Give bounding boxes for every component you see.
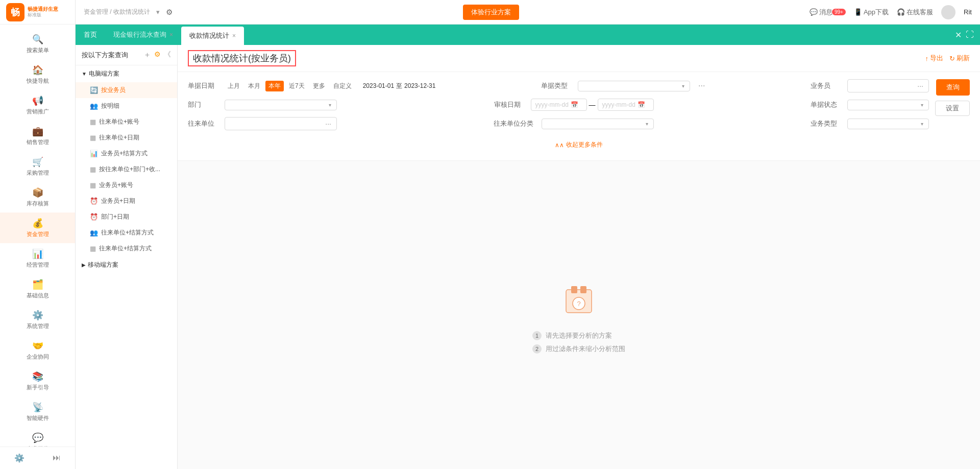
partner-select[interactable]: ··· — [225, 117, 337, 130]
scheme-label-unit_settle2: 往来单位+结算方式 — [99, 244, 152, 253]
collapse-icon[interactable]: ⏭ — [53, 453, 61, 463]
scheme-icon-detail: 👥 — [90, 102, 98, 110]
scheme-item-unit_dept_collect[interactable]: ▦ 按往来单位+部门+收... — [76, 161, 177, 177]
sidebar-item-wechat[interactable]: 💬 企业微信 — [0, 427, 75, 447]
doc-status-label: 单据状态 — [811, 100, 839, 109]
sidebar-item-sales[interactable]: 💼 销售管理 — [0, 121, 75, 151]
refresh-btn[interactable]: ↻ 刷新 — [949, 54, 970, 63]
scheme-item-salesperson_settle[interactable]: 📊 业务员+结算方式 — [76, 146, 177, 161]
sidebar: 畅 畅捷通好生意 标准版 🔍 搜索菜单🏠 快捷导航📢 营销推广💼 销售管理🛒 采… — [0, 0, 76, 469]
date-from: 2023-01-01 — [363, 82, 394, 89]
scheme-item-detail[interactable]: 👥 按明细 — [76, 98, 177, 114]
date-tab-自定义[interactable]: 自定义 — [330, 81, 355, 91]
inventory-label: 库存核算 — [27, 200, 49, 207]
tab-home[interactable]: 首页 — [76, 25, 105, 45]
gear-scheme-icon[interactable]: ⚙ — [154, 50, 161, 60]
system-label: 系统管理 — [27, 322, 49, 330]
set-btn[interactable]: 设置 — [935, 101, 970, 116]
date-tab-上月[interactable]: 上月 — [225, 81, 243, 91]
review-to-input[interactable]: yyyy-mm-dd 📅 — [598, 99, 654, 111]
phone-icon: 📱 — [854, 8, 862, 16]
collapse-panel-icon[interactable]: 《 — [164, 50, 171, 60]
date-range: 2023-01-01 至 2023-12-31 — [363, 82, 436, 90]
scheme-item-unit_settle1[interactable]: 👥 往来单位+结算方式 — [76, 225, 177, 241]
partner-cat-select[interactable]: ▾ — [542, 119, 654, 129]
collapse-btn[interactable]: ∧∧ 收起更多条件 — [188, 136, 970, 153]
date-to: 2023-12-31 — [404, 82, 435, 89]
doc-type-select[interactable]: ▾ — [578, 81, 690, 91]
sidebar-item-marketing[interactable]: 📢 营销推广 — [0, 90, 75, 121]
scheme-item-dept_date[interactable]: ⏰ 部门+日期 — [76, 209, 177, 225]
biz-type-select[interactable]: ▾ — [847, 119, 929, 129]
scheme-item-salesperson_account[interactable]: ▦ 业务员+账号 — [76, 177, 177, 193]
date-tab-本月[interactable]: 本月 — [245, 81, 263, 91]
scheme-icon-unit_settle1: 👥 — [90, 229, 98, 237]
operations-icon: 📊 — [32, 248, 43, 260]
scheme-item-unit_date[interactable]: ▦ 往来单位+日期 — [76, 130, 177, 146]
sidebar-item-basic[interactable]: 🗂️ 基础信息 — [0, 274, 75, 304]
sidebar-item-inventory[interactable]: 📦 库存核算 — [0, 182, 75, 213]
salesperson-more[interactable]: ··· — [917, 82, 923, 90]
sidebar-item-search[interactable]: 🔍 搜索菜单 — [0, 29, 75, 59]
tab-collection-close[interactable]: × — [232, 32, 236, 39]
tab-bank[interactable]: 现金银行流水查询 × — [105, 25, 181, 45]
dept-chevron: ▾ — [329, 102, 331, 108]
marketing-icon: 📢 — [32, 95, 43, 106]
tab-collection[interactable]: 收款情况统计 × — [181, 27, 244, 45]
salesperson-select[interactable]: ··· — [847, 79, 929, 92]
desktop-group-title[interactable]: ▼ 电脑端方案 — [76, 65, 177, 82]
sidebar-item-hardware[interactable]: 📡 智能硬件 — [0, 396, 75, 427]
operations-label: 经营管理 — [27, 261, 49, 269]
calendar-icon-2: 📅 — [638, 101, 645, 108]
scheme-label-salesperson_settle: 业务员+结算方式 — [101, 149, 148, 158]
partner-label: 往来单位 — [188, 119, 216, 128]
filter-section: 单据日期 上月本月本年近7天更多自定义 2023-01-01 至 2023-12… — [188, 79, 970, 136]
sidebar-nav: 🔍 搜索菜单🏠 快捷导航📢 营销推广💼 销售管理🛒 采购管理📦 库存核算💰 资金… — [0, 25, 75, 447]
sidebar-item-guide[interactable]: 📚 新手引导 — [0, 366, 75, 396]
logo-area: 畅 畅捷通好生意 标准版 — [0, 0, 75, 25]
query-btn[interactable]: 查询 — [936, 79, 970, 96]
scheme-item-salesperson_date[interactable]: ⏰ 业务员+日期 — [76, 193, 177, 209]
doc-type-more[interactable]: ··· — [698, 81, 705, 90]
filter-fields: 单据日期 上月本月本年近7天更多自定义 2023-01-01 至 2023-12… — [188, 79, 929, 136]
tab-bank-close[interactable]: × — [169, 31, 173, 38]
empty-tips: 1 请先选择要分析的方案 2 用过滤条件来缩小分析范围 — [532, 331, 625, 354]
date-tab-近7天[interactable]: 近7天 — [286, 81, 308, 91]
close-window-btn[interactable]: ✕ — [955, 30, 962, 40]
message-area[interactable]: 💬 消息 99+ — [810, 8, 846, 17]
maximize-btn[interactable]: ⛶ — [966, 30, 974, 39]
gear-icon[interactable]: ⚙ — [166, 8, 173, 17]
scheme-icon-salesperson_date: ⏰ — [90, 197, 98, 205]
sales-label: 销售管理 — [27, 138, 49, 146]
date-tab-更多[interactable]: 更多 — [310, 81, 328, 91]
add-scheme-icon[interactable]: ＋ — [143, 50, 151, 60]
sidebar-item-enterprise[interactable]: 🤝 企业协同 — [0, 335, 75, 366]
doc-type-chevron: ▾ — [682, 83, 684, 89]
industry-btn[interactable]: 体验行业方案 — [463, 5, 519, 20]
message-badge: 99+ — [832, 9, 846, 15]
avatar[interactable] — [941, 5, 955, 19]
hardware-label: 智能硬件 — [27, 414, 49, 422]
review-from-input[interactable]: yyyy-mm-dd 📅 — [531, 99, 587, 111]
partner-more[interactable]: ··· — [325, 120, 331, 128]
mobile-group-title[interactable]: ▶ 移动端方案 — [76, 256, 177, 273]
sidebar-item-finance[interactable]: 💰 资金管理 — [0, 213, 75, 243]
scheme-item-unit_account[interactable]: ▦ 往来单位+账号 — [76, 114, 177, 130]
export-btn[interactable]: ↑ 导出 — [925, 54, 944, 63]
app-download-area[interactable]: 📱 App下载 — [854, 8, 889, 17]
service-area[interactable]: 🎧 在线客服 — [897, 8, 933, 17]
doc-status-select[interactable]: ▾ — [847, 100, 929, 110]
date-label: 单据日期 — [188, 81, 216, 90]
date-tab-本年[interactable]: 本年 — [265, 81, 284, 91]
scheme-item-unit_settle2[interactable]: ▦ 往来单位+结算方式 — [76, 241, 177, 256]
sidebar-item-system[interactable]: ⚙️ 系统管理 — [0, 304, 75, 335]
sidebar-item-quicknav[interactable]: 🏠 快捷导航 — [0, 59, 75, 90]
tabbar-btns: ✕ ⛶ — [955, 30, 980, 40]
dropdown-icon[interactable]: ▾ — [156, 8, 160, 16]
scheme-icon-dept_date: ⏰ — [90, 213, 98, 221]
sidebar-item-purchase[interactable]: 🛒 采购管理 — [0, 151, 75, 182]
dept-select[interactable]: ▾ — [225, 100, 337, 110]
sidebar-item-operations[interactable]: 📊 经营管理 — [0, 243, 75, 274]
settings-icon[interactable]: ⚙️ — [14, 453, 24, 463]
scheme-item-salesperson[interactable]: 🔄 按业务员 — [76, 82, 177, 98]
